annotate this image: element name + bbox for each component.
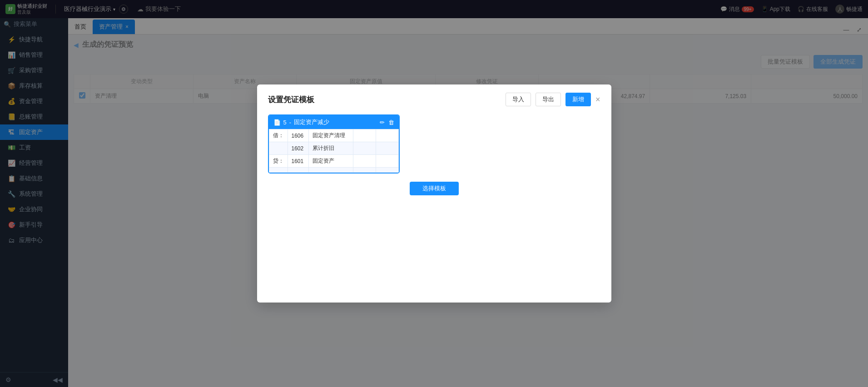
template-card-body: 借： 1606 固定资产清理 1602 累计折旧 贷： 1601 固定资产 — [269, 129, 399, 173]
template-card-header: 📄 5 - 固定资产减少 ✏ 🗑 — [269, 115, 399, 129]
entry-debit — [353, 129, 376, 142]
entry-credit — [376, 142, 398, 155]
entry-debit — [353, 142, 376, 155]
template-delete-btn[interactable]: 🗑 — [388, 119, 394, 126]
template-card: 📄 5 - 固定资产减少 ✏ 🗑 借： 1606 固定资产清理 — [268, 114, 400, 174]
entry-subject: 固定资产 — [308, 155, 353, 168]
entry-subject: 累计折旧 — [308, 142, 353, 155]
modal-overlay: 设置凭证模板 导入 导出 新增 × 📄 5 - 固定资产减少 ✏ — [0, 0, 868, 387]
entry-debit — [353, 168, 376, 173]
template-id: 5 — [283, 119, 287, 126]
select-template-btn[interactable]: 选择模板 — [410, 182, 459, 195]
template-card-header-left: 📄 5 - 固定资产减少 — [273, 118, 330, 126]
template-entry-row: 1602 累计折旧 — [269, 142, 398, 155]
entry-direction: 贷： — [269, 155, 288, 168]
entry-credit — [376, 129, 398, 142]
import-btn[interactable]: 导入 — [506, 93, 531, 106]
modal-close-btn[interactable]: × — [595, 95, 600, 104]
modal-header: 设置凭证模板 导入 导出 新增 × — [257, 84, 611, 106]
entry-code: 1606 — [288, 129, 308, 142]
entry-direction: 借： — [269, 129, 288, 142]
entry-subject — [308, 168, 353, 173]
entry-subject: 固定资产清理 — [308, 129, 353, 142]
template-entry-row: 贷： 1601 固定资产 — [269, 155, 398, 168]
entry-credit — [376, 168, 398, 173]
entry-direction — [269, 142, 288, 155]
template-entry-row: 借： 1606 固定资产清理 — [269, 129, 398, 142]
entry-code: 1601 — [288, 155, 308, 168]
export-btn[interactable]: 导出 — [536, 93, 561, 106]
template-entry-table: 借： 1606 固定资产清理 1602 累计折旧 贷： 1601 固定资产 — [269, 129, 399, 173]
template-doc-icon: 📄 — [273, 119, 281, 126]
entry-code: 1602 — [288, 142, 308, 155]
modal-title: 设置凭证模板 — [268, 94, 314, 105]
template-separator: - — [289, 119, 291, 126]
template-edit-btn[interactable]: ✏ — [380, 119, 385, 126]
entry-code — [288, 168, 308, 173]
entry-credit — [376, 155, 398, 168]
modal-dialog: 设置凭证模板 导入 导出 新增 × 📄 5 - 固定资产减少 ✏ — [257, 84, 611, 303]
template-card-header-right: ✏ 🗑 — [380, 119, 394, 126]
entry-direction — [269, 168, 288, 173]
template-name: 固定资产减少 — [294, 118, 329, 126]
modal-body: 📄 5 - 固定资产减少 ✏ 🗑 借： 1606 固定资产清理 — [257, 106, 611, 206]
entry-debit — [353, 155, 376, 168]
template-entry-row — [269, 168, 398, 173]
modal-header-actions: 导入 导出 新增 × — [506, 93, 600, 106]
new-btn[interactable]: 新增 — [565, 93, 591, 106]
